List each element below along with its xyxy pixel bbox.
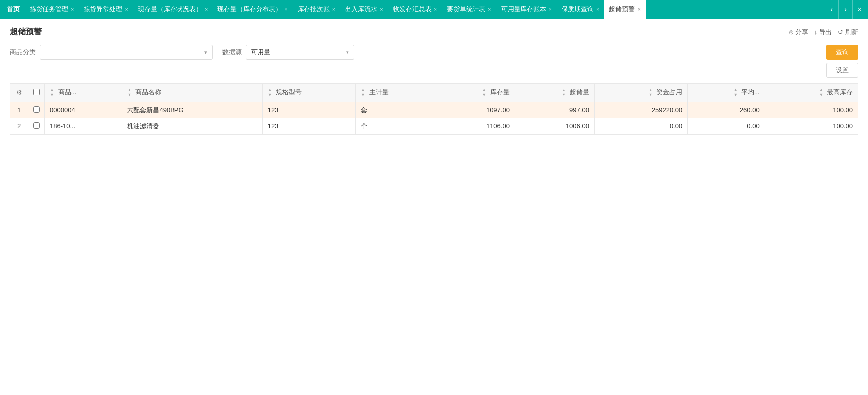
cell-overstock-qty-0: 997.00 — [515, 102, 594, 118]
tab-overstock-warning[interactable]: 超储预警 × — [604, 0, 645, 19]
col-unit-header[interactable]: ▲▼ 主计量 — [355, 84, 435, 102]
col-stock-qty-header[interactable]: ▲▼ 库存量 — [435, 84, 515, 102]
refresh-icon: ↺ — [838, 28, 843, 36]
row-checkbox-0[interactable] — [33, 106, 40, 113]
tab-in-out-flow[interactable]: 出入库流水 × — [340, 0, 388, 19]
cell-spec-1: 123 — [262, 118, 355, 134]
category-label: 商品分类 — [10, 48, 36, 57]
table-body: 1 0000004 六配套新昌490BPG 123 套 1097.00 997.… — [10, 102, 858, 134]
tab-available-account-close[interactable]: × — [549, 6, 552, 12]
tab-collect-summary-close[interactable]: × — [434, 6, 437, 12]
datasource-filter: 数据源 可用量 ▾ — [222, 45, 354, 60]
query-button[interactable]: 查询 — [826, 45, 858, 60]
cell-avg-0: 260.00 — [688, 102, 765, 118]
tab-quality-check-close[interactable]: × — [596, 6, 599, 12]
tab-task-mgmt-label: 拣货任务管理 — [30, 5, 68, 14]
sort-icon-overstock-qty: ▲▼ — [562, 88, 566, 98]
share-label: 分享 — [795, 28, 808, 37]
tab-home-label: 首页 — [7, 5, 20, 14]
tab-abnormal-close[interactable]: × — [125, 6, 128, 12]
tab-home[interactable]: 首页 — [2, 0, 25, 19]
tab-task-mgmt[interactable]: 拣货任务管理 × — [25, 0, 79, 19]
sort-icon-sku-code: ▲▼ — [50, 88, 54, 98]
share-button[interactable]: ⎋ 分享 — [789, 28, 808, 37]
cell-capital-0: 259220.00 — [594, 102, 687, 118]
filter-inputs: 商品分类 ▾ 数据源 可用量 ▾ — [10, 45, 819, 66]
page-title: 超储预警 — [10, 27, 42, 37]
col-select-all[interactable] — [28, 84, 45, 102]
tab-order-stats-label: 要货单统计表 — [447, 5, 485, 14]
col-avg-header[interactable]: ▲▼ 平均... — [688, 84, 765, 102]
filter-area: 商品分类 ▾ 数据源 可用量 ▾ 查询 设置 — [10, 45, 858, 78]
tab-abnormal-label: 拣货异常处理 — [84, 5, 122, 14]
cell-sku-name-0: 六配套新昌490BPG — [122, 102, 262, 118]
sort-icon-spec: ▲▼ — [268, 88, 272, 98]
cell-no-0: 1 — [10, 102, 28, 118]
datasource-value: 可用量 — [251, 48, 270, 57]
page-content: 超储预警 ⎋ 分享 ↓ 导出 ↺ 刷新 商品分类 — [0, 19, 868, 395]
tab-collect-summary-label: 收发存汇总表 — [393, 5, 432, 14]
tab-batch-account[interactable]: 库存批次账 × — [293, 0, 340, 19]
tab-available-account[interactable]: 可用量库存账本 × — [496, 0, 557, 19]
cell-capital-1: 0.00 — [594, 118, 687, 134]
col-capital-header[interactable]: ▲▼ 资金占用 — [594, 84, 687, 102]
gear-icon[interactable]: ⚙ — [16, 89, 22, 96]
cell-stock-qty-1: 1106.00 — [435, 118, 515, 134]
col-overstock-qty-header[interactable]: ▲▼ 超储量 — [515, 84, 594, 102]
filter-row-1: 商品分类 ▾ 数据源 可用量 ▾ — [10, 45, 819, 60]
cell-checkbox-0[interactable] — [28, 102, 45, 118]
cell-unit-1: 个 — [355, 118, 435, 134]
tab-stock-status-close[interactable]: × — [205, 6, 208, 12]
datasource-select[interactable]: 可用量 ▾ — [246, 45, 354, 60]
nav-close-button[interactable]: × — [852, 0, 866, 19]
row-checkbox-1[interactable] — [33, 122, 40, 129]
nav-prev-button[interactable]: ‹ — [825, 0, 838, 19]
category-dropdown-icon: ▾ — [204, 49, 207, 56]
refresh-button[interactable]: ↺ 刷新 — [838, 28, 858, 37]
table-row: 2 186-10... 机油滤清器 123 个 1106.00 1006.00 … — [10, 118, 858, 134]
cell-unit-0: 套 — [355, 102, 435, 118]
cell-sku-code-1: 186-10... — [45, 118, 122, 134]
cell-max-stock-1: 100.00 — [765, 118, 858, 134]
cell-avg-1: 0.00 — [688, 118, 765, 134]
settings-button[interactable]: 设置 — [826, 63, 858, 78]
col-sku-name-header[interactable]: ▲▼ 商品名称 — [122, 84, 262, 102]
tab-order-stats-close[interactable]: × — [488, 6, 491, 12]
tab-quality-check[interactable]: 保质期查询 × — [557, 0, 604, 19]
category-filter: 商品分类 ▾ — [10, 45, 213, 60]
nav-arrows: ‹ › × — [825, 0, 866, 19]
sort-icon-sku-name: ▲▼ — [127, 88, 131, 98]
sort-icon-max-stock: ▲▼ — [819, 88, 823, 98]
category-select[interactable]: ▾ — [40, 45, 213, 60]
col-sku-code-header[interactable]: ▲▼ 商品... — [45, 84, 122, 102]
select-all-checkbox[interactable] — [33, 89, 40, 95]
col-gear[interactable]: ⚙ — [10, 84, 28, 102]
tab-overstock-warning-label: 超储预警 — [609, 5, 635, 14]
cell-sku-code-0: 0000004 — [45, 102, 122, 118]
tab-batch-account-close[interactable]: × — [332, 6, 335, 12]
tab-quality-check-label: 保质期查询 — [562, 5, 594, 14]
cell-spec-0: 123 — [262, 102, 355, 118]
tab-stock-status[interactable]: 现存量（库存状况表） × — [133, 0, 213, 19]
tab-stock-dist-close[interactable]: × — [284, 6, 287, 12]
col-max-stock-header[interactable]: ▲▼ 最高库存 — [765, 84, 858, 102]
tab-collect-summary[interactable]: 收发存汇总表 × — [388, 0, 442, 19]
cell-checkbox-1[interactable] — [28, 118, 45, 134]
cell-max-stock-0: 100.00 — [765, 102, 858, 118]
tab-task-mgmt-close[interactable]: × — [71, 6, 74, 12]
tab-order-stats[interactable]: 要货单统计表 × — [442, 0, 496, 19]
table-header-row: ⚙ ▲▼ 商品... ▲▼ 商品名称 ▲▼ 规格型号 ▲▼ — [10, 84, 858, 102]
export-button[interactable]: ↓ 导出 — [814, 28, 832, 37]
header-actions: ⎋ 分享 ↓ 导出 ↺ 刷新 — [789, 28, 859, 37]
datasource-dropdown-icon: ▾ — [346, 49, 349, 56]
tab-abnormal[interactable]: 拣货异常处理 × — [79, 0, 132, 19]
refresh-label: 刷新 — [845, 28, 858, 37]
tab-in-out-flow-close[interactable]: × — [380, 6, 383, 12]
tab-available-account-label: 可用量库存账本 — [501, 5, 546, 14]
col-spec-header[interactable]: ▲▼ 规格型号 — [262, 84, 355, 102]
tab-overstock-warning-close[interactable]: × — [637, 6, 640, 12]
share-icon: ⎋ — [789, 28, 793, 36]
tab-stock-dist[interactable]: 现存量（库存分布表） × — [213, 0, 292, 19]
nav-next-button[interactable]: › — [838, 0, 852, 19]
sort-icon-avg: ▲▼ — [733, 88, 738, 98]
